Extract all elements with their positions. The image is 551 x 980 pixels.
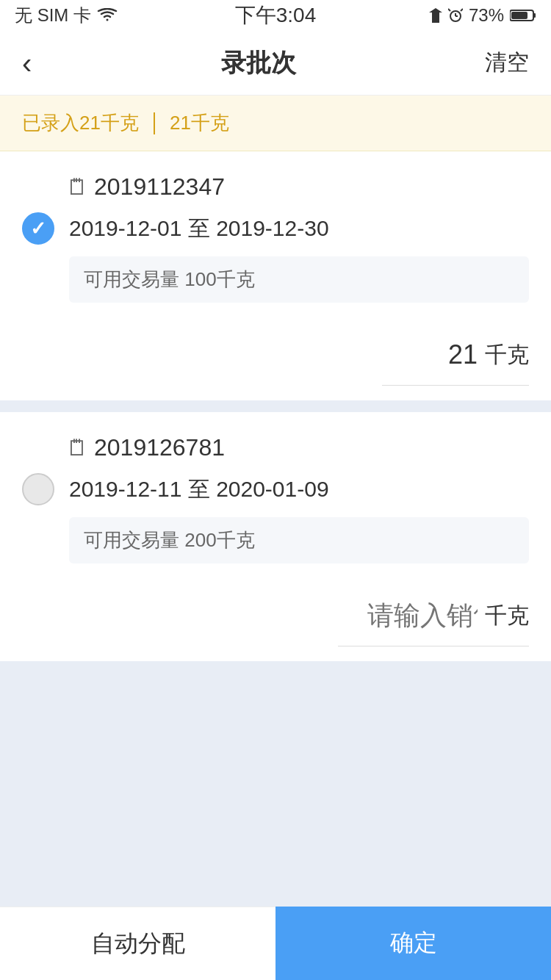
batch2-date-row: 2019-12-11 至 2020-01-09 [22,473,529,505]
batch1-id: 2019112347 [94,173,225,201]
total-label: 21千克 [170,110,229,136]
alarm-icon [448,8,463,23]
batch2-checkbox[interactable] [22,473,54,505]
auto-distribute-button[interactable]: 自动分配 [0,907,276,980]
batch1-card: 🗒 2019112347 2019-12-01 至 2019-12-30 可用交… [0,151,551,400]
batch1-amount-unit: 千克 [485,340,529,370]
batch1-checkbox[interactable] [22,212,54,245]
batch2-date: 2019-12-11 至 2020-01-09 [69,475,329,505]
status-bar-left: 无 SIM 卡 [15,4,118,27]
svg-line-3 [448,9,450,11]
nav-bar: ‹ 录批次 清空 [0,31,551,96]
location-icon [429,8,442,23]
status-bar-time: 下午3:04 [235,1,317,29]
svg-rect-7 [511,12,527,19]
batch1-amount-row: 千克 [0,325,551,385]
section-divider-1 [0,400,551,412]
batch2-input-row: 千克 [0,586,551,646]
status-bar: 无 SIM 卡 下午3:04 73% [0,0,551,31]
battery-icon [510,9,536,22]
page-title: 录批次 [221,46,296,80]
battery-percent: 73% [469,5,504,26]
info-banner: 已录入21千克 21千克 [0,96,551,151]
batch1-amount-input[interactable] [367,339,478,370]
batch2-available: 可用交易量 200千克 [69,517,529,563]
batch2-doc-icon: 🗒 [66,436,88,461]
banner-divider [154,112,155,134]
batch2-id-row: 🗒 2019126781 [66,434,529,461]
wifi-icon [97,8,118,23]
batch1-date-row: 2019-12-01 至 2019-12-30 [22,212,529,245]
batch1-doc-icon: 🗒 [66,175,88,200]
batch1-id-row: 🗒 2019112347 [66,173,529,201]
batch2-input-unit: 千克 [485,601,529,631]
batch2-inner: 🗒 2019126781 2019-12-11 至 2020-01-09 可用交… [0,412,551,586]
batch1-date: 2019-12-01 至 2019-12-30 [69,214,329,244]
back-button[interactable]: ‹ [22,48,32,78]
confirm-button[interactable]: 确定 [276,907,551,980]
page-content: 已录入21千克 21千克 🗒 2019112347 2019-12-01 至 2… [0,96,551,980]
batch2-amount-input[interactable] [367,600,478,631]
batch2-id: 2019126781 [94,434,225,461]
status-bar-right: 73% [429,5,536,26]
clear-button[interactable]: 清空 [485,48,529,78]
recorded-label: 已录入21千克 [22,110,139,136]
batch1-available: 可用交易量 100千克 [69,256,529,303]
batch1-inner: 🗒 2019112347 2019-12-01 至 2019-12-30 可用交… [0,151,551,325]
bottom-bar: 自动分配 确定 [0,907,551,980]
svg-line-4 [461,9,463,11]
sim-label: 无 SIM 卡 [15,4,91,27]
svg-rect-6 [533,13,536,18]
batch2-card: 🗒 2019126781 2019-12-11 至 2020-01-09 可用交… [0,412,551,661]
